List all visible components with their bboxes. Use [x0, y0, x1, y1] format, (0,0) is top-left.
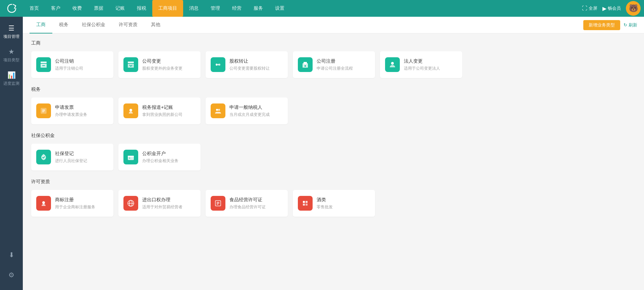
nav-operations[interactable]: 经营: [226, 0, 248, 17]
new-type-button[interactable]: 新增业务类型: [583, 20, 620, 30]
card-apply-invoice[interactable]: 申请发票 办理申请发票业务: [31, 97, 113, 124]
card-import-export[interactable]: 进出口权办理 适用于对外贸易经营者: [118, 190, 201, 217]
sidebar-download[interactable]: ⬇: [0, 246, 23, 263]
card-alcohol[interactable]: 酒类 零售批发: [293, 190, 375, 217]
card-trademark[interactable]: R 商标注册 用于企业商标注册服务: [31, 190, 113, 217]
tab-shebao[interactable]: 社保公积金: [75, 17, 112, 33]
general-taxpayer-icon: [211, 103, 225, 118]
tab-xuke[interactable]: 许可资质: [112, 17, 144, 33]
card-provident-fund[interactable]: 公积金开户 办理公积金相关业务: [118, 144, 201, 170]
company-change-icon: [123, 57, 138, 72]
nav-biz-project[interactable]: 工商项目: [152, 0, 183, 17]
section-title-shuiwu: 税务: [31, 86, 636, 92]
social-insurance-icon: [36, 150, 51, 164]
nav-management[interactable]: 管理: [205, 0, 226, 17]
tab-qita[interactable]: 其他: [144, 17, 167, 33]
card-company-cancel-desc: 适用于注销公司: [55, 66, 108, 71]
card-general-taxpayer-title: 申请一般纳税人: [229, 104, 283, 111]
fullscreen-label: 全屏: [589, 5, 597, 11]
card-provident-fund-title: 公积金开户: [142, 151, 196, 157]
card-equity-transfer-text: 股权转让 公司变更需要股权转让: [229, 58, 283, 71]
sidebar-item-project-mgmt[interactable]: ☰ 项目管理: [0, 20, 23, 44]
tab-bar: 工商 税务 社保公积金 许可资质 其他 新增业务类型 ↻ 刷新: [23, 17, 644, 33]
card-alcohol-desc: 零售批发: [317, 204, 370, 210]
nav-settings[interactable]: 设置: [269, 0, 290, 17]
sidebar-item-project-type[interactable]: ★ 项目类型: [0, 44, 23, 67]
svg-rect-0: [41, 62, 47, 63]
legal-change-icon: [385, 57, 400, 72]
nav-tax[interactable]: 报税: [131, 0, 152, 17]
card-food-license-title: 食品经营许可证: [229, 197, 283, 203]
scroll-content[interactable]: 工商 公司注销 适用于注销公司: [23, 33, 644, 290]
member-btn[interactable]: ▶ 畅会员: [602, 5, 621, 12]
card-tax-report-title: 税务报道+记账: [142, 104, 196, 111]
alcohol-icon: [298, 196, 313, 211]
card-legal-change[interactable]: 法人变更 适用于公司变更法人: [380, 51, 462, 78]
card-company-change[interactable]: 公司变更 股权变更外的业务变更: [118, 51, 201, 78]
svg-point-17: [218, 109, 220, 111]
card-import-export-title: 进出口权办理: [142, 197, 196, 203]
member-label: 畅会员: [608, 5, 621, 11]
chart-icon: 📊: [7, 71, 16, 79]
card-alcohol-title: 酒类: [317, 197, 370, 203]
card-trademark-text: 商标注册 用于企业商标注册服务: [55, 197, 108, 210]
card-company-cancel-title: 公司注销: [55, 58, 108, 64]
svg-rect-30: [303, 201, 305, 203]
card-equity-transfer-desc: 公司变更需要股权转让: [229, 66, 283, 71]
card-provident-fund-desc: 办理公积金相关业务: [142, 158, 196, 164]
svg-text:R: R: [44, 200, 46, 203]
card-company-register-desc: 申请公司注册全流程: [317, 66, 370, 71]
svg-rect-4: [128, 64, 134, 68]
svg-rect-33: [306, 204, 308, 206]
provident-fund-icon: [123, 150, 138, 164]
card-apply-invoice-desc: 办理申请发票业务: [55, 112, 108, 118]
tab-shuiwu[interactable]: 税务: [52, 17, 75, 33]
nav-services[interactable]: 服务: [248, 0, 269, 17]
card-equity-transfer[interactable]: 股权转让 公司变更需要股权转让: [206, 51, 288, 78]
star-icon: ★: [8, 48, 14, 56]
card-social-insurance-desc: 进行人员社保登记: [55, 158, 108, 164]
tab-gongshang[interactable]: 工商: [30, 17, 52, 33]
card-tax-report[interactable]: 税务报道+记账 拿到营业执照的新公司: [118, 97, 201, 124]
card-company-register[interactable]: 公司注册 申请公司注册全流程: [293, 51, 375, 78]
sidebar-settings[interactable]: ⚙: [0, 267, 23, 283]
cards-grid-shuiwu: 申请发票 办理申请发票业务 税务报道+记账 拿到营业执照的新公司: [31, 97, 636, 124]
nav-invoices[interactable]: 票据: [88, 0, 109, 17]
section-shuiwu: 税务 申请发票 办理申请发票业务: [31, 86, 636, 124]
card-provident-fund-text: 公积金开户 办理公积金相关业务: [142, 151, 196, 164]
nav-home[interactable]: 首页: [23, 0, 45, 17]
section-title-gongshang: 工商: [31, 40, 636, 46]
svg-rect-3: [128, 62, 134, 63]
list-icon: ☰: [8, 24, 14, 32]
refresh-icon: ↻: [624, 22, 627, 27]
svg-point-15: [129, 109, 132, 112]
tax-report-icon: [123, 103, 138, 118]
nav-messages[interactable]: 消息: [183, 0, 205, 17]
svg-rect-31: [306, 201, 308, 203]
card-social-insurance-title: 社保登记: [55, 151, 108, 157]
cards-grid-shebao: 社保登记 进行人员社保登记 公积金开户 办理公积金相关业务: [31, 144, 636, 170]
company-cancel-icon: [36, 57, 51, 72]
card-company-change-desc: 股权变更外的业务变更: [142, 66, 196, 71]
logo: [3, 0, 20, 17]
card-general-taxpayer-text: 申请一般纳税人 当月或次月成变更完成: [229, 104, 283, 118]
main-layout: ☰ 项目管理 ★ 项目类型 📊 进度监测 ⬇ ⚙ 工商 税务 社保公积金 许可资…: [0, 17, 644, 290]
sidebar-label-project-mgmt: 项目管理: [3, 34, 19, 40]
svg-rect-9: [305, 65, 306, 67]
fullscreen-btn[interactable]: ⛶ 全屏: [582, 5, 597, 11]
card-tax-report-text: 税务报道+记账 拿到营业执照的新公司: [142, 104, 196, 118]
card-food-license[interactable]: 食品经营许可证 办理食品经营许可证: [206, 190, 288, 217]
card-general-taxpayer[interactable]: 申请一般纳税人 当月或次月成变更完成: [206, 97, 288, 124]
nav-customer[interactable]: 客户: [45, 0, 66, 17]
card-company-register-title: 公司注册: [317, 58, 370, 64]
refresh-button[interactable]: ↻ 刷新: [624, 22, 637, 28]
sidebar-item-progress[interactable]: 📊 进度监测: [0, 67, 23, 90]
card-company-cancel[interactable]: 公司注销 适用于注销公司: [31, 51, 113, 78]
nav-accounting[interactable]: 记账: [109, 0, 131, 17]
card-social-insurance[interactable]: 社保登记 进行人员社保登记: [31, 144, 113, 170]
section-title-xuke: 许可资质: [31, 179, 636, 185]
svg-rect-19: [128, 156, 134, 157]
trademark-icon: R: [36, 196, 51, 211]
nav-fees[interactable]: 收费: [66, 0, 88, 17]
import-export-icon: [123, 196, 138, 211]
